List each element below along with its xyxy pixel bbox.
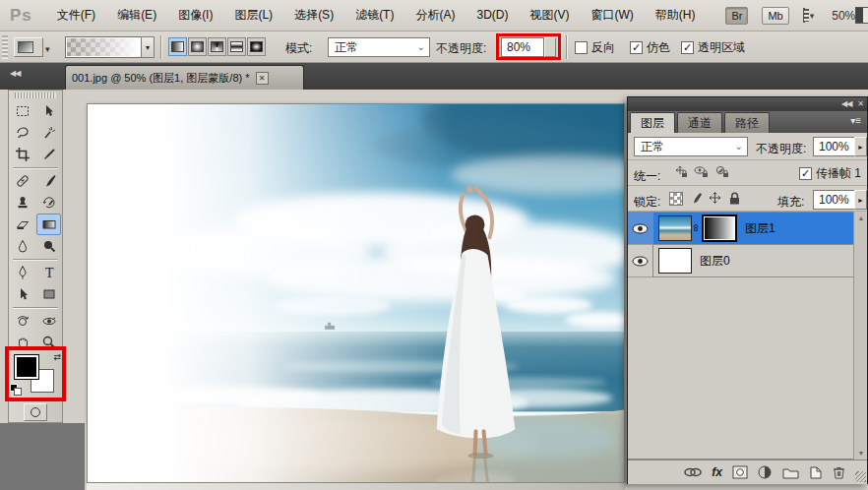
fill-input[interactable]: 100% bbox=[813, 190, 856, 210]
magic-wand-tool[interactable] bbox=[36, 122, 61, 144]
rectangle-shape-tool[interactable] bbox=[36, 283, 61, 305]
scroll-up-icon[interactable]: ▲ bbox=[856, 214, 866, 221]
path-selection-tool[interactable] bbox=[10, 283, 34, 305]
lock-pixels-icon[interactable] bbox=[688, 191, 703, 206]
delete-layer-icon[interactable] bbox=[833, 465, 845, 479]
layer-name[interactable]: 图层0 bbox=[700, 253, 730, 270]
menu-edit[interactable]: 编辑(E) bbox=[106, 0, 167, 31]
layers-scrollbar[interactable]: ▲ ▼ bbox=[853, 212, 867, 459]
eyedropper-tool[interactable] bbox=[36, 144, 61, 165]
new-group-icon[interactable] bbox=[782, 466, 799, 479]
unify-position-icon[interactable] bbox=[673, 165, 689, 179]
crop-tool[interactable] bbox=[10, 144, 34, 165]
menu-help[interactable]: 帮助(H) bbox=[645, 0, 707, 31]
chevron-down-icon[interactable]: ▾ bbox=[45, 44, 50, 54]
panel-resize-grip[interactable] bbox=[855, 471, 866, 482]
tab-channels[interactable]: 通道 bbox=[677, 112, 722, 133]
lock-position-icon[interactable] bbox=[708, 191, 722, 206]
document-tab[interactable]: 001.jpg @ 50% (图层1, 图层蒙版/8) * ✕ bbox=[65, 65, 304, 90]
panel-close-icon[interactable]: ✕ bbox=[857, 99, 863, 108]
eraser-tool[interactable] bbox=[10, 214, 34, 235]
scroll-down-icon[interactable]: ▼ bbox=[856, 450, 866, 457]
panel-menu-icon[interactable]: ▾≡ bbox=[850, 115, 861, 126]
reverse-checkbox-row[interactable]: 反向 bbox=[575, 39, 615, 56]
unify-visibility-icon[interactable] bbox=[694, 165, 710, 179]
link-layers-icon[interactable] bbox=[684, 466, 702, 478]
document-canvas[interactable] bbox=[87, 103, 625, 483]
bridge-button[interactable]: Br bbox=[725, 7, 748, 25]
dither-checkbox-row[interactable]: ✓ 仿色 bbox=[630, 39, 670, 56]
adjustment-layer-icon[interactable] bbox=[758, 465, 773, 479]
type-tool[interactable]: T bbox=[36, 262, 61, 283]
dither-checkbox[interactable]: ✓ bbox=[630, 41, 643, 54]
lock-all-icon[interactable] bbox=[727, 191, 742, 206]
rectangular-marquee-tool[interactable] bbox=[10, 100, 34, 122]
menu-select[interactable]: 选择(S) bbox=[283, 0, 344, 31]
options-grip[interactable] bbox=[2, 35, 8, 59]
tab-layers[interactable]: 图层 bbox=[630, 112, 675, 133]
gradient-tool[interactable] bbox=[36, 214, 61, 235]
visibility-cell[interactable] bbox=[628, 245, 653, 277]
tab-paths[interactable]: 路径 bbox=[724, 112, 770, 133]
propagate-frame-row[interactable]: ✓ 传播帧 1 bbox=[799, 165, 861, 182]
layer-opacity-spinner[interactable]: ► bbox=[854, 137, 867, 156]
layer-thumbnail[interactable] bbox=[658, 215, 692, 241]
radial-gradient-button[interactable] bbox=[188, 37, 207, 56]
spot-healing-brush-tool[interactable] bbox=[10, 170, 34, 192]
layer-blend-mode-select[interactable]: 正常 ⌄ bbox=[634, 137, 748, 156]
blur-tool[interactable] bbox=[10, 235, 34, 257]
layer-thumbnail[interactable] bbox=[658, 248, 692, 274]
menu-window[interactable]: 窗口(W) bbox=[580, 0, 644, 31]
layer-opacity-input[interactable]: 100% bbox=[813, 137, 856, 156]
unify-style-icon[interactable] bbox=[714, 165, 730, 179]
workspace-icon[interactable] bbox=[855, 7, 868, 24]
pen-tool[interactable] bbox=[10, 262, 34, 283]
menu-analysis[interactable]: 分析(A) bbox=[404, 0, 465, 31]
3d-rotate-tool[interactable] bbox=[10, 310, 34, 332]
menu-layer[interactable]: 图层(L) bbox=[223, 0, 283, 31]
transparency-checkbox[interactable]: ✓ bbox=[681, 41, 694, 54]
menu-view[interactable]: 视图(V) bbox=[519, 0, 580, 31]
new-layer-icon[interactable] bbox=[809, 465, 823, 479]
clone-stamp-tool[interactable] bbox=[10, 192, 34, 214]
layer-name[interactable]: 图层1 bbox=[745, 220, 775, 237]
lock-transparency-icon[interactable] bbox=[669, 192, 683, 206]
gradient-tool-preset[interactable] bbox=[14, 37, 43, 57]
panel-collapse-icon[interactable]: ◀◀ bbox=[841, 99, 851, 108]
layer-style-icon[interactable]: fx bbox=[712, 465, 722, 479]
mobile-button[interactable]: Mb bbox=[762, 7, 788, 25]
reverse-checkbox[interactable] bbox=[575, 41, 588, 54]
zoom-level[interactable]: 50% bbox=[832, 9, 855, 23]
lasso-tool[interactable] bbox=[10, 122, 34, 144]
linear-gradient-button[interactable] bbox=[168, 37, 187, 56]
visibility-cell[interactable] bbox=[628, 213, 653, 245]
reflected-gradient-button[interactable] bbox=[227, 37, 246, 56]
layer-mask-thumbnail[interactable] bbox=[702, 214, 737, 242]
layer-row-2[interactable]: 图层0 bbox=[628, 245, 855, 277]
close-icon[interactable]: ✕ bbox=[256, 72, 269, 85]
dodge-tool[interactable] bbox=[36, 235, 61, 257]
angle-gradient-button[interactable] bbox=[208, 37, 226, 56]
menu-filter[interactable]: 滤镜(T) bbox=[344, 0, 404, 31]
toolbar-collapse-icon[interactable]: ◀◀ bbox=[10, 69, 20, 78]
brush-tool[interactable] bbox=[36, 170, 61, 192]
menu-3d[interactable]: 3D(D) bbox=[465, 0, 519, 31]
fill-spinner[interactable]: ► bbox=[854, 190, 867, 210]
3d-orbit-tool[interactable] bbox=[36, 310, 61, 332]
view-extras-icon[interactable] bbox=[803, 8, 805, 23]
gradient-picker-open-button[interactable]: ▾ bbox=[141, 36, 155, 58]
menu-image[interactable]: 图像(I) bbox=[167, 0, 223, 31]
blend-mode-select[interactable]: 正常 ⌄ bbox=[328, 37, 430, 57]
quick-mask-button[interactable] bbox=[24, 403, 47, 421]
layer-row-1[interactable]: ∞ 图层1 bbox=[628, 213, 855, 245]
angle-gradient-icon bbox=[211, 41, 223, 52]
transparency-checkbox-row[interactable]: ✓ 透明区域 bbox=[681, 39, 745, 56]
menu-file[interactable]: 文件(F) bbox=[46, 0, 106, 31]
history-brush-tool[interactable] bbox=[36, 192, 61, 214]
chevron-down-icon[interactable]: ▾ bbox=[810, 11, 815, 21]
move-tool[interactable] bbox=[36, 100, 61, 122]
diamond-gradient-button[interactable] bbox=[247, 37, 266, 56]
add-layer-mask-icon[interactable] bbox=[732, 465, 748, 479]
propagate-frame-checkbox[interactable]: ✓ bbox=[799, 167, 812, 180]
tools-grip[interactable] bbox=[15, 92, 56, 98]
